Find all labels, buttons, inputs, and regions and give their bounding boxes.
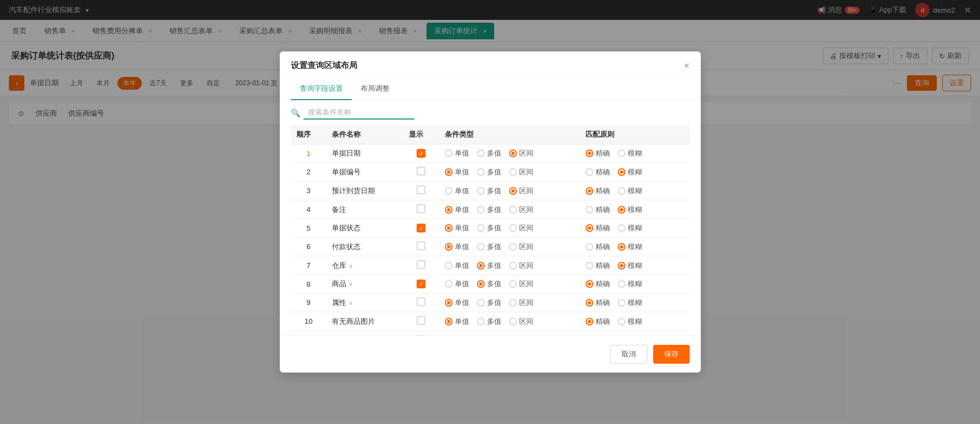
match-option-精确[interactable]: 精确: [586, 279, 610, 289]
display-checkbox[interactable]: [417, 280, 425, 288]
cell-type[interactable]: 单值多值区间: [439, 275, 580, 293]
cell-display[interactable]: [403, 200, 439, 219]
type-option-单值[interactable]: 单值: [445, 223, 469, 233]
cell-type[interactable]: 单值多值区间: [439, 312, 580, 318]
th-order: 顺序: [291, 125, 327, 144]
cell-type[interactable]: 单值多值区间: [439, 219, 580, 237]
match-option-精确[interactable]: 精确: [586, 298, 610, 308]
match-option-精确[interactable]: 精确: [586, 317, 610, 318]
match-option-模糊[interactable]: 模糊: [618, 205, 642, 215]
type-option-多值[interactable]: 多值: [477, 205, 501, 215]
cell-type[interactable]: 单值多值区间: [439, 163, 580, 182]
match-option-模糊[interactable]: 模糊: [618, 148, 642, 158]
match-option-模糊[interactable]: 模糊: [618, 223, 642, 233]
cell-match[interactable]: 精确模糊: [580, 219, 690, 237]
display-checkbox[interactable]: [417, 260, 425, 269]
type-option-多值[interactable]: 多值: [477, 223, 501, 233]
cell-display[interactable]: [403, 182, 439, 200]
cell-match[interactable]: 精确模糊: [580, 237, 690, 256]
display-checkbox[interactable]: [417, 204, 425, 213]
type-option-单值[interactable]: 单值: [445, 317, 469, 318]
display-checkbox[interactable]: [417, 297, 425, 306]
type-option-多值[interactable]: 多值: [477, 317, 501, 318]
match-option-精确[interactable]: 精确: [586, 167, 610, 177]
match-dot: [586, 243, 593, 251]
cell-type[interactable]: 单值多值区间: [439, 237, 580, 256]
cell-match[interactable]: 精确模糊: [580, 200, 690, 219]
match-option-精确[interactable]: 精确: [586, 261, 610, 271]
type-option-单值[interactable]: 单值: [445, 298, 469, 308]
dialog-tab-layout-adjust[interactable]: 布局调整: [352, 78, 398, 100]
type-option-多值[interactable]: 多值: [477, 279, 501, 289]
display-checkbox[interactable]: [417, 316, 425, 318]
radio-dot: [477, 299, 485, 307]
match-option-模糊[interactable]: 模糊: [618, 242, 642, 252]
match-option-精确[interactable]: 精确: [586, 223, 610, 233]
type-option-区间[interactable]: 区间: [509, 317, 533, 318]
type-option-区间[interactable]: 区间: [509, 186, 533, 196]
display-checkbox[interactable]: [417, 185, 425, 194]
cell-display[interactable]: [403, 312, 439, 318]
cell-match[interactable]: 精确模糊: [580, 182, 690, 200]
display-checkbox[interactable]: [417, 149, 425, 158]
cell-display[interactable]: [403, 256, 439, 275]
type-option-单值[interactable]: 单值: [445, 186, 469, 196]
cell-display[interactable]: [403, 275, 439, 293]
type-option-多值[interactable]: 多值: [477, 186, 501, 196]
dialog-close-button[interactable]: ×: [684, 61, 690, 71]
cell-match[interactable]: 精确模糊: [580, 293, 690, 312]
type-option-单值[interactable]: 单值: [445, 148, 469, 158]
cell-match[interactable]: 精确模糊: [580, 275, 690, 293]
match-option-精确[interactable]: 精确: [586, 148, 610, 158]
type-option-单值[interactable]: 单值: [445, 205, 469, 215]
type-option-区间[interactable]: 区间: [509, 223, 533, 233]
type-option-区间[interactable]: 区间: [509, 167, 533, 177]
type-option-区间[interactable]: 区间: [509, 261, 533, 271]
cell-order: 9: [291, 293, 327, 312]
type-option-单值[interactable]: 单值: [445, 261, 469, 271]
match-option-模糊[interactable]: 模糊: [618, 186, 642, 196]
cell-type[interactable]: 单值多值区间: [439, 256, 580, 275]
type-option-多值[interactable]: 多值: [477, 148, 501, 158]
display-checkbox[interactable]: [417, 224, 425, 232]
match-option-模糊[interactable]: 模糊: [618, 167, 642, 177]
dialog-header: 设置查询区域布局 ×: [280, 51, 701, 78]
type-option-区间[interactable]: 区间: [509, 279, 533, 289]
cell-type[interactable]: 单值多值区间: [439, 182, 580, 200]
search-input[interactable]: [304, 106, 414, 120]
cell-match[interactable]: 精确模糊: [580, 312, 690, 318]
type-option-区间[interactable]: 区间: [509, 148, 533, 158]
cell-display[interactable]: [403, 144, 439, 163]
type-option-多值[interactable]: 多值: [477, 261, 501, 271]
match-option-模糊[interactable]: 模糊: [618, 298, 642, 308]
match-option-精确[interactable]: 精确: [586, 242, 610, 252]
match-option-模糊[interactable]: 模糊: [618, 317, 642, 318]
cell-type[interactable]: 单值多值区间: [439, 144, 580, 163]
type-option-区间[interactable]: 区间: [509, 242, 533, 252]
cell-display[interactable]: [403, 237, 439, 256]
type-option-多值[interactable]: 多值: [477, 242, 501, 252]
type-option-单值[interactable]: 单值: [445, 279, 469, 289]
cell-display[interactable]: [403, 219, 439, 237]
cell-match[interactable]: 精确模糊: [580, 144, 690, 163]
match-option-模糊[interactable]: 模糊: [618, 279, 642, 289]
match-option-精确[interactable]: 精确: [586, 186, 610, 196]
cell-match[interactable]: 精确模糊: [580, 163, 690, 182]
cell-type[interactable]: 单值多值区间: [439, 200, 580, 219]
match-option-模糊[interactable]: 模糊: [618, 261, 642, 271]
match-option-精确[interactable]: 精确: [586, 205, 610, 215]
type-option-单值[interactable]: 单值: [445, 242, 469, 252]
type-option-多值[interactable]: 多值: [477, 298, 501, 308]
type-option-单值[interactable]: 单值: [445, 167, 469, 177]
dialog-tab-field-settings[interactable]: 查询字段设置: [291, 78, 352, 100]
display-checkbox[interactable]: [417, 241, 425, 250]
display-checkbox[interactable]: [417, 167, 425, 175]
cell-display[interactable]: [403, 293, 439, 312]
type-option-区间[interactable]: 区间: [509, 205, 533, 215]
type-option-多值[interactable]: 多值: [477, 167, 501, 177]
cell-type[interactable]: 单值多值区间: [439, 293, 580, 312]
cell-display[interactable]: [403, 163, 439, 182]
cell-match[interactable]: 精确模糊: [580, 256, 690, 275]
type-option-区间[interactable]: 区间: [509, 298, 533, 308]
radio-dot: [509, 243, 517, 251]
